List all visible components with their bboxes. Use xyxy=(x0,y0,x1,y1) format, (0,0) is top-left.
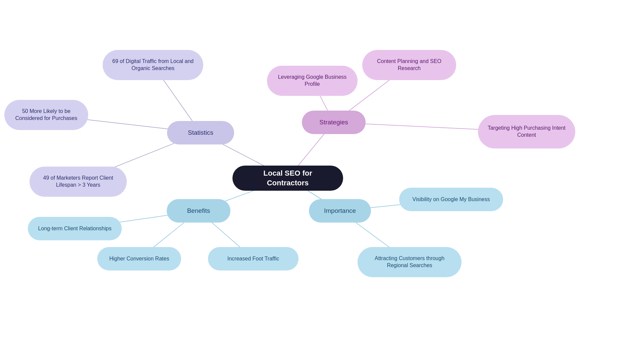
stat-marketers-report-label: 49 of Marketers Report Client Lifespan >… xyxy=(39,175,117,189)
center-label: Local SEO for Contractors xyxy=(242,169,334,188)
strat-purchasing-intent-label: Targeting High Purchasing Intent Content xyxy=(487,125,566,139)
import-regional-searches-node: Attracting Customers through Regional Se… xyxy=(358,247,462,277)
strat-purchasing-intent-node: Targeting High Purchasing Intent Content xyxy=(478,115,575,148)
strat-google-business-node: Leveraging Google Business Profile xyxy=(267,66,358,96)
strategies-label: Strategies xyxy=(319,118,348,127)
stat-marketers-report-node: 49 of Marketers Report Client Lifespan >… xyxy=(30,167,127,197)
import-regional-searches-label: Attracting Customers through Regional Se… xyxy=(367,255,452,269)
benefit-foot-traffic-node: Increased Foot Traffic xyxy=(208,247,299,270)
benefits-label: Benefits xyxy=(187,207,210,215)
stat-digital-traffic-label: 69 of Digital Traffic from Local and Org… xyxy=(112,58,194,72)
center-node: Local SEO for Contractors xyxy=(232,166,343,191)
strat-content-planning-node: Content Planning and SEO Research xyxy=(362,50,456,80)
import-google-my-business-node: Visibility on Google My Business xyxy=(399,188,503,211)
statistics-label: Statistics xyxy=(188,129,213,137)
strat-google-business-label: Leveraging Google Business Profile xyxy=(276,74,348,88)
stat-digital-traffic-node: 69 of Digital Traffic from Local and Org… xyxy=(103,50,203,80)
benefit-longterm-clients-node: Long-term Client Relationships xyxy=(28,217,122,240)
importance-label: Importance xyxy=(324,207,356,215)
benefit-longterm-clients-label: Long-term Client Relationships xyxy=(38,225,112,232)
import-google-my-business-label: Visibility on Google My Business xyxy=(413,196,490,203)
strat-content-planning-label: Content Planning and SEO Research xyxy=(372,58,447,72)
stat-considered-purchases-node: 50 More Likely to be Considered for Purc… xyxy=(4,100,88,130)
benefit-foot-traffic-label: Increased Foot Traffic xyxy=(227,255,279,262)
statistics-node: Statistics xyxy=(167,121,234,144)
benefit-conversion-rates-label: Higher Conversion Rates xyxy=(109,255,169,262)
benefits-node: Benefits xyxy=(167,199,230,223)
importance-node: Importance xyxy=(309,199,371,223)
stat-considered-purchases-label: 50 More Likely to be Considered for Purc… xyxy=(14,108,79,122)
strategies-node: Strategies xyxy=(302,111,366,134)
benefit-conversion-rates-node: Higher Conversion Rates xyxy=(97,247,181,270)
